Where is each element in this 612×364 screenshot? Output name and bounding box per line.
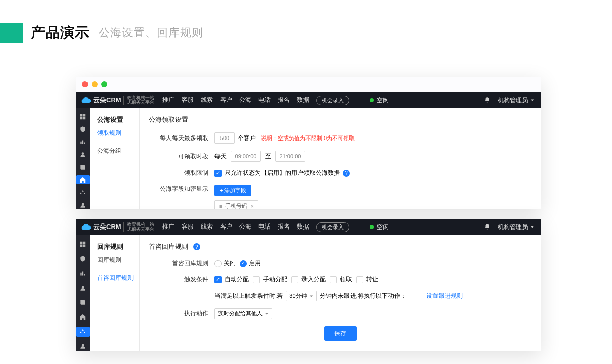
sidebar-title: 回库规则 [90, 242, 139, 251]
minutes-select[interactable]: 30分钟 [286, 291, 316, 301]
accent-square [0, 23, 23, 43]
rail-home-icon[interactable] [76, 312, 90, 323]
window-return-rules: 云朵CRM 教育机构一站式服务云平台 推广 客服 线索 客户 公海 电话 报名 … [76, 219, 541, 351]
bell-icon[interactable] [484, 97, 491, 104]
add-field-button[interactable]: + 添加字段 [214, 185, 251, 196]
save-button[interactable]: 保存 [324, 326, 357, 341]
main-panel: 公海领取设置 每人每天最多领取 个客户 说明：空或负值为不限制,0为不可领取 可… [140, 108, 541, 209]
label-trigger: 触发条件 [149, 275, 214, 284]
label-action: 执行动作 [149, 309, 214, 318]
rail-person-icon[interactable] [76, 341, 90, 351]
nav-item[interactable]: 推广 [162, 96, 174, 105]
rail-shield-icon[interactable] [76, 125, 90, 133]
trigger-auto-checkbox[interactable] [214, 276, 222, 283]
section-title: 公海领取设置 [149, 115, 532, 124]
cloud-icon [81, 222, 91, 232]
nav-item[interactable]: 数据 [297, 222, 309, 232]
rail-dashboard-icon[interactable] [76, 112, 90, 121]
rail-user-icon[interactable] [76, 150, 90, 159]
rail-user-icon[interactable] [76, 283, 90, 293]
rail-person-icon[interactable] [76, 201, 90, 209]
slide-subtitle: 公海设置、回库规则 [99, 25, 203, 40]
rail-dashboard-icon[interactable] [76, 239, 90, 250]
nav-item[interactable]: 公海 [239, 96, 251, 105]
topbar: 云朵CRM 教育机构一站式服务云平台 推广 客服 线索 客户 公海 电话 报名 … [76, 219, 541, 235]
nav-rail [76, 108, 90, 209]
brand-logo[interactable]: 云朵CRM 教育机构一站式服务云平台 [81, 95, 154, 105]
rail-chart-icon[interactable] [76, 138, 90, 146]
nav-item[interactable]: 客服 [182, 96, 194, 105]
radio-on[interactable] [240, 260, 247, 267]
rail-book-icon[interactable] [76, 163, 90, 171]
sidebar-item-return[interactable]: 回库规则 [90, 251, 139, 269]
minimize-icon[interactable] [92, 81, 98, 87]
help-icon[interactable]: ? [343, 170, 350, 177]
nav-item[interactable]: 报名 [278, 222, 290, 232]
nav-item[interactable]: 线索 [201, 96, 213, 105]
rail-home-icon[interactable] [76, 175, 90, 184]
bell-icon[interactable] [484, 223, 491, 231]
close-icon[interactable] [82, 81, 88, 87]
rail-shield-icon[interactable] [76, 254, 90, 264]
topbar: 云朵CRM 教育机构一站式服务云平台 推广 客服 线索 客户 公海 电话 报名 … [76, 92, 541, 108]
label-time-window: 可领取时段 [149, 152, 214, 161]
user-menu[interactable]: 机构管理员 [498, 223, 534, 232]
rail-book-icon[interactable] [76, 297, 90, 308]
remove-tag-icon[interactable]: × [250, 203, 253, 209]
status-indicator[interactable]: 空闲 [370, 223, 389, 232]
sidebar: 回库规则 回库规则 首咨回库规则 [90, 235, 140, 351]
nav-item[interactable]: 客服 [182, 222, 194, 232]
time-to-input[interactable] [275, 151, 305, 162]
label-rule-toggle: 首咨回库规则 [149, 259, 214, 268]
action-select[interactable]: 实时分配给其他人 [214, 308, 272, 319]
rail-chart-icon[interactable] [76, 268, 90, 279]
window-public-sea: 云朵CRM 教育机构一站式服务云平台 推广 客服 线索 客户 公海 电话 报名 … [76, 77, 541, 209]
section-title: 首咨回库规则? [149, 242, 532, 251]
slide-header: 产品演示 公海设置、回库规则 [0, 23, 203, 43]
trigger-manual-checkbox[interactable] [253, 276, 260, 283]
top-nav: 推广 客服 线索 客户 公海 电话 报名 数据 机会录入 [162, 96, 349, 105]
label-restriction: 领取限制 [149, 169, 214, 177]
trigger-input-checkbox[interactable] [291, 276, 298, 283]
brand-logo[interactable]: 云朵CRM 教育机构一站式服务云平台 [81, 222, 154, 232]
rail-recycle-icon[interactable] [76, 327, 90, 337]
trigger-claim-checkbox[interactable] [330, 276, 337, 283]
trigger-transfer-checkbox[interactable] [356, 276, 363, 283]
set-followup-link[interactable]: 设置跟进规则 [426, 292, 463, 300]
nav-item[interactable]: 线索 [201, 222, 213, 232]
status-indicator[interactable]: 空闲 [370, 96, 389, 105]
slide-title: 产品演示 [31, 23, 90, 42]
opportunity-entry-button[interactable]: 机会录入 [316, 222, 349, 232]
sidebar-item-groups[interactable]: 公海分组 [90, 142, 139, 160]
time-from-input[interactable] [231, 151, 261, 162]
cloud-icon [81, 95, 91, 105]
nav-item[interactable]: 客户 [220, 96, 232, 105]
label-daily-limit: 每人每天最多领取 [149, 134, 214, 143]
nav-item[interactable]: 电话 [258, 222, 271, 232]
sidebar: 公海设置 领取规则 公海分组 [90, 108, 140, 209]
enabled-only-checkbox[interactable] [214, 170, 222, 177]
sidebar-item-claim-rules[interactable]: 领取规则 [90, 124, 139, 142]
sidebar-title: 公海设置 [90, 115, 139, 124]
main-panel: 首咨回库规则? 首咨回库规则 关闭 启用 触发条件 自动分配 手动分配 录入分配… [140, 235, 541, 351]
nav-item[interactable]: 公海 [239, 222, 251, 232]
mac-titlebar [76, 77, 541, 92]
opportunity-entry-button[interactable]: 机会录入 [316, 96, 349, 105]
rail-recycle-icon[interactable] [76, 188, 90, 197]
sidebar-item-first-return[interactable]: 首咨回库规则 [90, 269, 139, 287]
top-nav: 推广 客服 线索 客户 公海 电话 报名 数据 机会录入 [162, 222, 349, 232]
nav-item[interactable]: 推广 [162, 222, 174, 232]
limit-note: 说明：空或负值为不限制,0为不可领取 [261, 134, 355, 142]
daily-limit-input[interactable] [214, 132, 235, 144]
label-encrypt: 公海字段加密显示 [149, 185, 214, 193]
maximize-icon[interactable] [101, 81, 107, 87]
nav-item[interactable]: 数据 [297, 96, 309, 105]
encrypted-field-tag[interactable]: 手机号码× [214, 200, 258, 209]
nav-item[interactable]: 客户 [220, 222, 232, 232]
user-menu[interactable]: 机构管理员 [498, 96, 534, 105]
help-icon[interactable]: ? [193, 243, 200, 250]
nav-item[interactable]: 电话 [258, 96, 271, 105]
nav-item[interactable]: 报名 [278, 96, 290, 105]
nav-rail [76, 235, 90, 351]
radio-off[interactable] [214, 260, 222, 267]
